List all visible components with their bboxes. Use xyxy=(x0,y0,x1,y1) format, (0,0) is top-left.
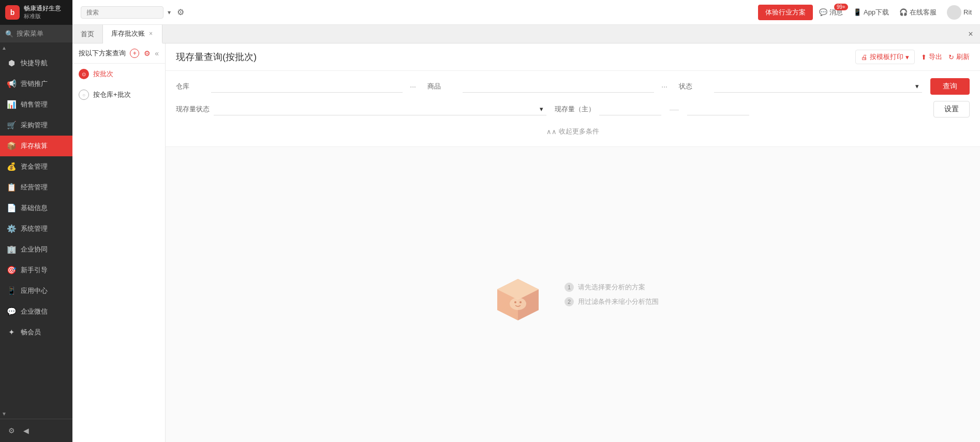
add-scheme-btn[interactable]: + xyxy=(130,49,139,58)
user-profile-btn[interactable]: Rit xyxy=(947,5,972,20)
panel-collapse-btn[interactable]: « xyxy=(155,49,159,57)
goods-more-icon[interactable]: ··· xyxy=(658,81,671,92)
sidebar-item-app-center[interactable]: 📱 应用中心 xyxy=(0,281,72,301)
scheme-by-batch[interactable]: ⊙ 按批次 xyxy=(72,64,165,84)
search-menu[interactable]: 🔍 搜索菜单 xyxy=(0,25,72,42)
page-header-actions: 🖨 按模板打印 ▾ ⬆ 导出 ↻ 刷新 xyxy=(855,50,970,64)
sidebar-item-membership[interactable]: ✦ 畅会员 xyxy=(0,322,72,343)
sidebar-item-label: 销售管理 xyxy=(21,100,48,109)
status-label: 状态 xyxy=(679,82,710,91)
collapse-label: 收起更多条件 xyxy=(559,127,599,136)
tip-text-1: 请先选择要分析的方案 xyxy=(578,283,645,292)
messages-btn[interactable]: 💬 消息 99+ xyxy=(819,8,843,17)
page-header: 现存量查询(按批次) 🖨 按模板打印 ▾ ⬆ 导出 ↻ 刷新 xyxy=(166,43,980,71)
goods-input[interactable] xyxy=(463,80,654,93)
experience-btn[interactable]: 体验行业方案 xyxy=(758,5,813,20)
user-name: Rit xyxy=(963,8,972,16)
warehouse-label: 仓库 xyxy=(176,82,207,91)
online-service-label: 在线客服 xyxy=(910,8,937,17)
tab-bar: 首页 库存批次账 × × xyxy=(72,25,980,43)
sidebar-item-purchase[interactable]: 🛒 采购管理 xyxy=(0,115,72,136)
sidebar-item-quick-nav[interactable]: ⬢ 快捷导航 xyxy=(0,53,72,73)
sidebar-item-sales[interactable]: 📊 销售管理 xyxy=(0,94,72,115)
warehouse-input[interactable] xyxy=(211,80,403,93)
topbar-search-input[interactable] xyxy=(81,6,164,19)
export-btn[interactable]: ⬆ 导出 xyxy=(921,52,942,62)
filter-row-1: 仓库 ··· 商品 ··· 状态 ▾ xyxy=(176,78,970,95)
sidebar-item-label: 快捷导航 xyxy=(21,58,48,68)
scheme-settings-btn[interactable]: ⚙ xyxy=(142,49,152,58)
status-select[interactable]: ▾ xyxy=(714,80,922,93)
goods-label: 商品 xyxy=(427,82,458,91)
inventory-status-label: 现存量状态 xyxy=(176,105,210,114)
sidebar-item-enterprise-wechat[interactable]: 💬 企业微信 xyxy=(0,301,72,322)
messages-badge: 99+ xyxy=(834,4,848,10)
headset-icon: 🎧 xyxy=(899,8,908,16)
sidebar-item-label: 新手引导 xyxy=(21,266,48,275)
print-dropdown-icon[interactable]: ▾ xyxy=(905,53,909,61)
export-icon: ⬆ xyxy=(921,53,927,61)
right-content: 现存量查询(按批次) 🖨 按模板打印 ▾ ⬆ 导出 ↻ 刷新 xyxy=(166,43,980,442)
home-tab-label: 首页 xyxy=(81,30,94,39)
collapse-sidebar-icon[interactable]: ◀ xyxy=(21,424,31,437)
sidebar-item-label: 基础信息 xyxy=(21,203,48,213)
app-center-icon: 📱 xyxy=(6,286,17,296)
topbar-dropdown-icon[interactable]: ▾ xyxy=(168,9,171,16)
svg-point-5 xyxy=(510,298,526,310)
sidebar-item-marketing[interactable]: 📢 营销推广 xyxy=(0,73,72,94)
sidebar-nav: ⬢ 快捷导航 📢 营销推广 📊 销售管理 🛒 采购管理 📦 库存核算 💰 资金管… xyxy=(0,53,72,408)
sidebar-item-new-user[interactable]: 🎯 新手引导 xyxy=(0,260,72,281)
sidebar-item-finance[interactable]: 💰 资金管理 xyxy=(0,156,72,177)
sidebar-item-enterprise[interactable]: 🏢 企业协同 xyxy=(0,239,72,260)
inventory-main-from[interactable] xyxy=(599,103,661,115)
inventory-main-to[interactable] xyxy=(687,103,749,115)
tab-close-icon[interactable]: × xyxy=(148,29,154,38)
app-download-btn[interactable]: 📱 App下载 xyxy=(853,8,889,17)
empty-illustration xyxy=(487,263,549,326)
filter-inventory-status: 现存量状态 ▾ xyxy=(176,103,546,115)
warehouse-more-icon[interactable]: ··· xyxy=(407,81,419,92)
sidebar-item-basic-info[interactable]: 📄 基础信息 xyxy=(0,198,72,218)
sidebar: b 畅康通好生意 标准版 🔍 搜索菜单 ▲ ⬢ 快捷导航 📢 营销推广 📊 销售… xyxy=(0,0,72,442)
purchase-icon: 🛒 xyxy=(6,120,17,130)
query-button[interactable]: 查询 xyxy=(930,78,970,95)
avatar xyxy=(947,5,961,20)
inventory-status-select[interactable]: ▾ xyxy=(214,103,546,115)
sidebar-scroll-down[interactable]: ▼ xyxy=(0,408,8,419)
main-area: ▾ ⚙ 体验行业方案 💬 消息 99+ 📱 App下载 🎧 在线客服 Rit xyxy=(72,0,980,442)
print-btn[interactable]: 🖨 按模板打印 ▾ xyxy=(855,50,915,64)
online-service-btn[interactable]: 🎧 在线客服 xyxy=(899,8,937,17)
scheme-by-warehouse-batch[interactable]: ○ 按仓库+批次 xyxy=(72,84,165,105)
page-content: 按以下方案查询 + ⚙ « ⊙ 按批次 ○ 按仓库+批次 现存量查询(按批次) xyxy=(72,43,980,442)
svg-point-6 xyxy=(514,301,516,303)
tab-home[interactable]: 首页 xyxy=(72,25,103,43)
app-logo: b xyxy=(5,5,20,20)
settings-icon[interactable]: ⚙ xyxy=(6,424,17,437)
refresh-btn[interactable]: ↻ 刷新 xyxy=(948,52,970,62)
empty-state: 1 请先选择要分析的方案 2 用过滤条件来缩小分析范围 xyxy=(166,147,980,442)
operations-icon: 📋 xyxy=(6,182,17,193)
tab-bar-close-btn[interactable]: × xyxy=(961,25,980,43)
left-panel-actions: + ⚙ « xyxy=(130,49,159,58)
settings-button[interactable]: 设置 xyxy=(933,101,970,117)
finance-icon: 💰 xyxy=(6,161,17,172)
app-download-label: App下载 xyxy=(864,8,889,17)
collapse-up-icon: ∧∧ xyxy=(546,128,557,136)
tip-item-2: 2 用过滤条件来缩小分析范围 xyxy=(565,297,659,306)
sidebar-scroll-up[interactable]: ▲ xyxy=(0,42,8,53)
range-separator: — xyxy=(670,104,679,115)
tab-inventory-batch[interactable]: 库存批次账 × xyxy=(103,25,162,43)
sidebar-item-label: 采购管理 xyxy=(21,121,48,130)
scheme-inactive-icon: ○ xyxy=(79,90,89,100)
sidebar-item-system[interactable]: ⚙️ 系统管理 xyxy=(0,218,72,239)
sidebar-item-label: 应用中心 xyxy=(21,286,48,296)
sidebar-item-inventory[interactable]: 📦 库存核算 xyxy=(0,136,72,156)
active-tab-label: 库存批次账 xyxy=(111,29,145,38)
refresh-label: 刷新 xyxy=(956,52,970,62)
topbar-settings-icon[interactable]: ⚙ xyxy=(175,5,186,19)
collapse-conditions-btn[interactable]: ∧∧ 收起更多条件 xyxy=(176,124,970,139)
sidebar-item-operations[interactable]: 📋 经营管理 xyxy=(0,177,72,198)
basic-info-icon: 📄 xyxy=(6,203,17,213)
filter-status: 状态 ▾ xyxy=(679,80,922,93)
status-dropdown-icon: ▾ xyxy=(915,82,919,90)
